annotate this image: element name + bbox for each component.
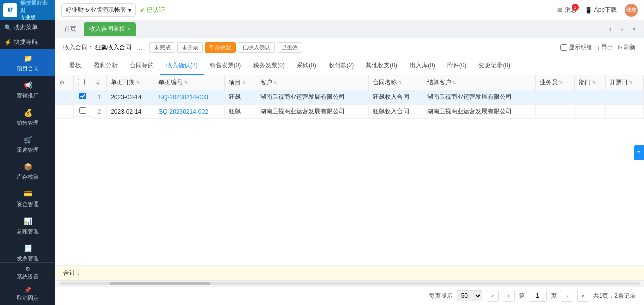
sub-tab[interactable]: 其他收支(0) — [360, 57, 404, 75]
sidebar-item-invoice[interactable]: 🧾 发票管理 — [0, 239, 55, 262]
sub-tab[interactable]: 盈利分析 — [88, 57, 124, 75]
settings-th[interactable]: ⚙ — [55, 75, 73, 90]
quick-nav[interactable]: ⚡ 快捷导航 — [0, 35, 55, 49]
right-float-btn[interactable]: ≡ — [634, 145, 644, 160]
sub-tab[interactable]: 附件(0) — [441, 57, 473, 75]
row-number[interactable]: SQ-20230214-002 — [154, 105, 225, 119]
sub-tab[interactable]: 税务发票(0) — [247, 57, 291, 75]
prev-page-btn[interactable]: ‹ — [503, 290, 515, 302]
row-date: 2023-02-14 — [107, 105, 154, 119]
table-row[interactable]: 22023-02-14SQ-20230214-002狂飙湖南卫视商业运营发展有限… — [55, 105, 644, 119]
select-all-checkbox[interactable] — [78, 79, 85, 85]
row-select-checkbox[interactable] — [79, 107, 86, 114]
tab-close-btn[interactable]: × — [127, 26, 130, 32]
export-btn[interactable]: ↓ 导出 — [597, 43, 613, 52]
tab-nav-next[interactable]: › — [617, 24, 628, 35]
status-partial-btn[interactable]: 部分收款 — [205, 42, 236, 53]
sub-tab[interactable]: 采购(0) — [291, 57, 323, 75]
sidebar-item-general-ledger[interactable]: 📊 总账管理 — [0, 212, 55, 239]
show-detail-input[interactable] — [560, 44, 567, 51]
customer-sort-icon[interactable]: ⇅ — [273, 80, 277, 85]
inventory-icon: 📦 — [23, 162, 33, 172]
date-sort-icon[interactable]: ⇅ — [136, 80, 140, 85]
row-salesperson — [536, 90, 574, 105]
sub-tab[interactable]: 变更记录(0) — [472, 57, 516, 75]
result-customer-sort-icon[interactable]: ⇅ — [452, 80, 456, 85]
sidebar-item-marketing[interactable]: 📢 营销推广 — [0, 76, 55, 104]
department-th: 部门⇅ — [574, 75, 605, 90]
tab-nav-close[interactable]: × — [629, 24, 640, 35]
scrollbar-area[interactable] — [55, 280, 644, 286]
row-checkbox[interactable] — [74, 105, 92, 117]
sales-icon: 💰 — [23, 108, 33, 118]
sidebar-item-purchase[interactable]: 🛒 采购管理 — [0, 131, 55, 158]
first-page-btn[interactable]: « — [487, 290, 499, 302]
salesperson-label: 业务员 — [540, 78, 558, 87]
refresh-btn[interactable]: ↻ 刷新 — [617, 43, 636, 52]
contract-sort-icon[interactable]: ⇅ — [398, 80, 402, 85]
user-avatar[interactable]: 珠珠 — [625, 4, 638, 17]
row-number-link[interactable]: SQ-20230214-003 — [158, 94, 208, 101]
next-page-btn[interactable]: › — [561, 290, 573, 302]
tab-active[interactable]: 收入合同看板 × — [84, 22, 136, 36]
search-menu[interactable]: 🔍 搜索菜单 — [0, 20, 55, 35]
status-effective-btn[interactable]: 已生效 — [277, 42, 302, 53]
table-row[interactable]: 12023-02-14SQ-20230214-003狂飙湖南卫视商业运营发展有限… — [55, 90, 644, 105]
salesperson-sort-icon[interactable]: ⇅ — [559, 80, 563, 85]
main-area: 好业财专业版演示帐套 ▾ ✔ 已认证 ✉ 1 消息 📱 App下载 珠珠 首页 — [55, 0, 644, 305]
row-select-checkbox[interactable] — [79, 93, 86, 99]
app-download-label: App下载 — [594, 6, 617, 14]
sub-tab[interactable]: 收付款(2) — [323, 57, 360, 75]
status-confirmed-btn[interactable]: 已收入确认 — [238, 42, 275, 53]
contract-tools: 显示明细 ↓ 导出 ↻ 刷新 — [560, 43, 636, 52]
export-icon: ↓ — [597, 44, 600, 51]
customer-label: 客户 — [260, 78, 272, 87]
per-page-select[interactable]: 50 100 200 — [457, 290, 482, 301]
sub-tab[interactable]: 合同标的 — [124, 57, 160, 75]
page-input[interactable] — [529, 290, 547, 302]
number-sort-icon[interactable]: ⇅ — [184, 80, 188, 85]
sub-tab[interactable]: 收入确认(2) — [160, 57, 204, 75]
checkbox-th — [73, 75, 92, 90]
more-btn[interactable]: ... — [136, 43, 147, 52]
row-checkbox[interactable] — [74, 90, 92, 103]
table-area[interactable]: ⚙ # 单据日期⇅ 单据编号⇅ 项目⇅ 客户⇅ 合同名称⇅ 结算客户⇅ 业务员⇅… — [55, 75, 644, 265]
sub-tab[interactable]: 看板 — [63, 57, 88, 75]
project-icon: 📁 — [23, 53, 33, 63]
table-body: 12023-02-14SQ-20230214-003狂飙湖南卫视商业运营发展有限… — [55, 90, 644, 119]
sidebar-item-project-contract[interactable]: 📁 项目合同 — [0, 49, 55, 76]
notification-btn[interactable]: ✉ 1 消息 — [557, 6, 577, 14]
row-number[interactable]: SQ-20230214-003 — [154, 90, 225, 105]
ledger-icon: 📊 — [23, 216, 33, 226]
scroll-track[interactable] — [59, 282, 640, 285]
show-detail-checkbox[interactable]: 显示明细 — [560, 43, 593, 52]
marketing-icon: 📢 — [23, 80, 33, 90]
sidebar-item-pin[interactable]: 📌 取消固定 — [0, 284, 55, 305]
row-project: 狂飙 — [225, 90, 256, 105]
sidebar-item-settings[interactable]: ⚙ 系统设置 — [0, 263, 55, 284]
tab-bar: 首页 收入合同看板 × ‹ › × — [55, 20, 644, 38]
sub-tab[interactable]: 出入库(0) — [404, 57, 441, 75]
row-number-link[interactable]: SQ-20230214-002 — [158, 108, 208, 115]
page-word: 第 — [519, 292, 525, 300]
scroll-thumb[interactable] — [110, 282, 210, 285]
tab-home[interactable]: 首页 — [59, 22, 82, 36]
settings-icon[interactable]: ⚙ — [59, 79, 65, 86]
status-no-invoice-btn[interactable]: 未开票 — [177, 42, 203, 53]
project-sort-icon[interactable]: ⇅ — [242, 80, 246, 85]
sidebar-item-inventory[interactable]: 📦 库存核算 — [0, 158, 55, 185]
sidebar-item-sales[interactable]: 💰 销售管理 — [0, 104, 55, 131]
finance-icon: 💳 — [23, 189, 33, 199]
download-icon: 📱 — [585, 7, 592, 14]
invoice-date-sort-icon[interactable]: ⇅ — [629, 80, 633, 85]
dropdown-icon: ▾ — [128, 7, 131, 14]
result-customer-th: 结算客户⇅ — [423, 75, 536, 90]
department-sort-icon[interactable]: ⇅ — [592, 80, 596, 85]
sub-tab[interactable]: 销售发票(0) — [204, 57, 248, 75]
company-selector[interactable]: 好业财专业版演示帐套 ▾ — [61, 3, 136, 17]
app-download-btn[interactable]: 📱 App下载 — [585, 6, 617, 14]
status-incomplete-btn[interactable]: 未完成 — [149, 42, 175, 53]
last-page-btn[interactable]: » — [577, 290, 589, 302]
sidebar-item-finance[interactable]: 💳 资金管理 — [0, 185, 55, 212]
tab-nav-prev[interactable]: ‹ — [605, 24, 616, 35]
